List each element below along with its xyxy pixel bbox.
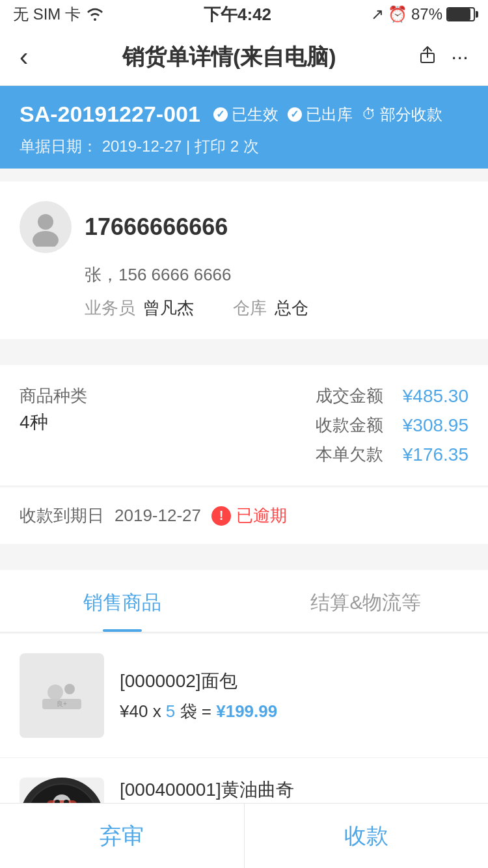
amount-value: ¥485.30 (403, 386, 468, 407)
status-time: 下午4:42 (204, 3, 271, 26)
status-left: 无 SIM 卡 (13, 4, 104, 25)
stats-left: 商品种类 4种 (20, 385, 199, 435)
avatar (20, 201, 72, 253)
product-info-1: [0000002]面包 ¥40 x 5 袋 = ¥199.99 (120, 669, 468, 723)
warehouse-item: 仓库 总仓 (233, 297, 308, 319)
tab-underline (103, 629, 142, 632)
debt-label: 本单欠款 (316, 443, 383, 466)
back-button[interactable]: ‹ (20, 42, 28, 72)
overdue-badge: ! 已逾期 (211, 504, 287, 527)
tab-products[interactable]: 销售商品 (0, 570, 244, 632)
product-thumb-1: 良+ (20, 653, 104, 738)
customer-phone[interactable]: 17666666666 (85, 213, 228, 241)
overdue-label: 已逾期 (236, 504, 287, 527)
equals-1: = (202, 701, 216, 721)
due-label: 收款到期日 (20, 504, 104, 527)
salesperson-value: 曾凡杰 (143, 297, 194, 319)
unit-1: 袋 (180, 701, 197, 721)
location-icon: ↗ (371, 5, 384, 23)
order-id: SA-20191227-001 (20, 102, 200, 127)
date-label: 单据日期： (20, 137, 98, 155)
due-date: 2019-12-27 (115, 506, 201, 526)
svg-point-2 (33, 231, 59, 247)
thumb-placeholder-1: 良+ (20, 653, 104, 738)
print-label: 打印 (195, 137, 226, 155)
nav-actions: ··· (417, 44, 468, 70)
svg-point-1 (38, 214, 53, 230)
status-tag-active: ✓ 已生效 (213, 104, 278, 125)
tab-settlement[interactable]: 结算&物流等 (244, 570, 488, 632)
print-count-value: 2 (230, 137, 239, 155)
banner-date-row: 单据日期： 2019-12-27 | 打印 2 次 (20, 136, 468, 157)
salesperson-label: 业务员 (85, 297, 135, 319)
svg-point-3 (47, 685, 63, 700)
received-value: ¥308.95 (403, 415, 468, 436)
received-label: 收款金额 (316, 414, 383, 437)
nav-bar: ‹ 销货单详情(来自电脑) ··· (0, 29, 488, 86)
status-active-label: 已生效 (232, 104, 278, 125)
separator: | (186, 137, 195, 155)
cancel-audit-button[interactable]: 弃审 (0, 804, 245, 868)
status-tag-partial: ⏱ 部分收款 (362, 104, 442, 125)
more-button[interactable]: ··· (451, 45, 468, 69)
check-icon-1: ✓ (213, 107, 228, 122)
divider-2 (0, 544, 488, 557)
battery-percent: 87% (411, 5, 442, 23)
warehouse-value: 总仓 (275, 297, 308, 319)
product-type-count: 4种 (20, 410, 199, 435)
amount-label: 成交金额 (316, 385, 383, 407)
bottom-bar: 弃审 收款 (0, 803, 488, 868)
status-tags: ✓ 已生效 ✓ 已出库 ⏱ 部分收款 (213, 104, 442, 125)
debt-row: 本单欠款 ¥176.35 (316, 443, 468, 466)
stats-section: 商品种类 4种 成交金额 ¥485.30 收款金额 ¥308.95 本单欠款 ¥… (0, 365, 488, 485)
status-shipped-label: 已出库 (306, 104, 353, 125)
tabs-section: 销售商品 结算&物流等 (0, 570, 488, 632)
debt-value: ¥176.35 (403, 444, 468, 465)
collect-label: 收款 (344, 821, 388, 851)
banner-row1: SA-20191227-001 ✓ 已生效 ✓ 已出库 ⏱ 部分收款 (20, 102, 468, 127)
share-button[interactable] (417, 44, 438, 70)
status-partial-label: 部分收款 (380, 104, 442, 125)
alarm-icon: ⏰ (388, 5, 407, 23)
divider-1 (0, 339, 488, 352)
collect-button[interactable]: 收款 (245, 804, 489, 868)
due-section: 收款到期日 2019-12-27 ! 已逾期 (0, 487, 488, 544)
print-suffix: 次 (243, 137, 259, 155)
order-date: 2019-12-27 (102, 137, 182, 155)
qty-1: 5 (166, 701, 175, 721)
status-right: ↗ ⏰ 87% (371, 5, 475, 23)
product-price-1: ¥40 x 5 袋 = ¥199.99 (120, 700, 468, 723)
product-item-1: 良+ [0000002]面包 ¥40 x 5 袋 = ¥199.99 (0, 634, 488, 758)
product-name-1: [0000002]面包 (120, 669, 468, 694)
amount-row: 成交金额 ¥485.30 (316, 385, 468, 407)
svg-text:良+: 良+ (57, 700, 67, 707)
check-icon-2: ✓ (288, 107, 302, 122)
svg-point-4 (64, 684, 75, 694)
status-bar: 无 SIM 卡 下午4:42 ↗ ⏰ 87% (0, 0, 488, 29)
tab-products-label: 销售商品 (83, 591, 161, 613)
total-1: ¥199.99 (216, 701, 277, 721)
received-row: 收款金额 ¥308.95 (316, 414, 468, 437)
status-tag-shipped: ✓ 已出库 (288, 104, 353, 125)
header-banner: SA-20191227-001 ✓ 已生效 ✓ 已出库 ⏱ 部分收款 单据日期：… (0, 86, 488, 169)
stats-right: 成交金额 ¥485.30 收款金额 ¥308.95 本单欠款 ¥176.35 (199, 385, 468, 466)
tab-settlement-label: 结算&物流等 (310, 591, 421, 613)
wifi-icon (86, 8, 104, 21)
tabs-row: 销售商品 结算&物流等 (0, 570, 488, 632)
customer-name-phone: 张，156 6666 6666 (20, 264, 468, 286)
customer-section: 17666666666 张，156 6666 6666 业务员 曾凡杰 仓库 总… (0, 182, 488, 339)
clock-icon: ⏱ (362, 106, 376, 123)
salesperson-item: 业务员 曾凡杰 (85, 297, 194, 319)
cancel-audit-label: 弃审 (100, 821, 144, 851)
customer-row: 17666666666 (20, 201, 468, 253)
price-x-1: x (153, 701, 166, 721)
product-name-2: [000400001]黄油曲奇 (120, 778, 468, 802)
battery-icon (446, 7, 475, 21)
nav-title: 销货单详情(来自电脑) (41, 42, 417, 72)
product-type-label: 商品种类 (20, 385, 199, 407)
carrier-label: 无 SIM 卡 (13, 4, 81, 25)
overdue-icon: ! (211, 506, 231, 526)
customer-meta: 业务员 曾凡杰 仓库 总仓 (20, 297, 468, 319)
warehouse-label: 仓库 (233, 297, 267, 319)
price-1: ¥40 (120, 701, 148, 721)
